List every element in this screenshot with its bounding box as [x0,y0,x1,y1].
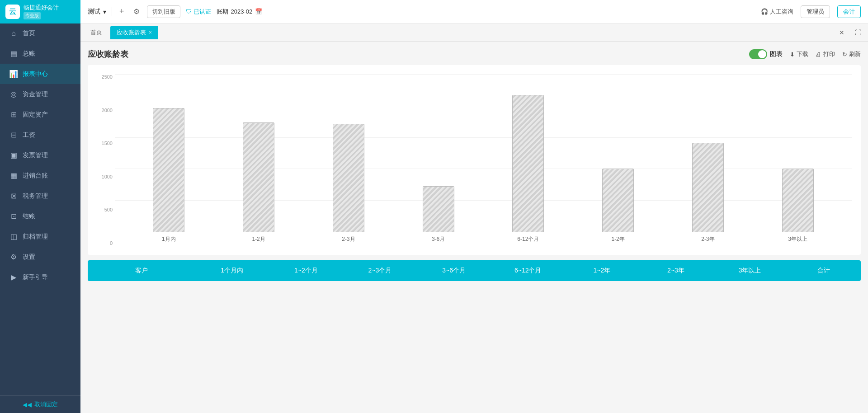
table-header-cell-1: 1个月内 [195,267,269,275]
bar-4 [512,95,544,232]
pin-left-icon: ◀◀ [23,401,32,408]
y-label-1000: 1000 [92,174,113,179]
sidebar-item-tax[interactable]: ⊠ 税务管理 [0,186,80,206]
print-button[interactable]: 🖨 打印 [816,50,835,58]
funds-icon: ◎ [9,90,18,99]
bar-6 [692,143,724,232]
sidebar-item-settings[interactable]: ⚙ 设置 [0,247,80,267]
main-content: 测试 ▾ + ⚙ 切到旧版 🛡 已认证 账期 2023-02 📅 🎧 人工咨询 … [80,0,868,413]
sidebar-item-funds[interactable]: ◎ 资金管理 [0,84,80,104]
chevron-down-icon: ▾ [103,8,106,15]
refresh-button[interactable]: ↻ 刷新 [842,50,861,58]
headset-icon: 🎧 [761,8,768,15]
divider-1 [112,7,112,16]
sidebar-item-home[interactable]: ⌂ 首页 [0,23,80,43]
sidebar-item-reports[interactable]: 📊 报表中心 [0,64,80,84]
certified-label: 已认证 [193,8,211,16]
table-header-cell-0: 客户 [88,267,195,275]
chart-area: 0 500 1000 1500 2000 2500 [115,74,852,246]
y-label-500: 500 [92,207,113,212]
assets-icon: ⊞ [9,110,18,119]
tax-icon: ⊠ [9,192,18,200]
sidebar-item-closing-label: 结账 [23,212,35,221]
sidebar-item-invoice[interactable]: ▣ 发票管理 [0,145,80,165]
bar-1 [243,122,274,232]
cancel-fixed-button[interactable]: ◀◀ 取消固定 [0,395,80,413]
close-tab-button[interactable]: ✕ [835,26,848,39]
x-label-7: 3年以上 [780,235,816,243]
bar-0 [153,108,184,232]
sidebar-item-payroll-label: 工资 [23,131,35,139]
add-button[interactable]: + [118,7,126,16]
expand-tab-button[interactable]: ⛶ [852,26,864,39]
period-text: 账期 [217,8,228,16]
app-logo: 云 畅捷通好会计 专业版 [0,0,80,23]
tab-home-label: 首页 [90,28,102,37]
bar-group-5 [602,169,634,232]
y-label-2000: 2000 [92,108,113,113]
tab-home[interactable]: 首页 [84,26,108,39]
sidebar-item-settings-label: 设置 [23,253,35,261]
sidebar-item-archive-label: 归档管理 [23,233,48,241]
sidebar-item-inventory[interactable]: ▦ 进销台账 [0,165,80,186]
refresh-label: 刷新 [849,50,861,58]
bar-3 [423,186,454,232]
x-label-3: 3-6月 [420,235,457,243]
table-container: 客户1个月内1~2个月2~3个月3~6个月6~12个月1~2年2~3年3年以上合… [88,260,861,281]
cancel-fixed-label: 取消固定 [34,400,58,408]
app-name: 畅捷通好会计 [24,4,59,12]
sidebar-item-inventory-label: 进销台账 [23,172,48,180]
chart-toggle-label: 图表 [770,50,783,58]
page-actions: 图表 ⬇ 下载 🖨 打印 ↻ 刷新 [749,49,861,59]
tab-aging-report[interactable]: 应收账龄表 × [110,26,158,39]
settings-icon: ⚙ [9,253,18,261]
tab-close-icon[interactable]: × [149,29,152,36]
sidebar: 云 畅捷通好会计 专业版 ⌂ 首页 ▤ 总账 📊 报表中心 ◎ 资金管理 ⊞ 固… [0,0,80,413]
tabs-bar: 首页 应收账龄表 × ✕ ⛶ [80,23,868,42]
sidebar-item-payroll[interactable]: ⊟ 工资 [0,125,80,145]
chart-toggle-group: 图表 [749,49,783,59]
refresh-icon: ↻ [842,51,847,58]
x-label-1: 1-2月 [241,235,277,243]
project-name: 测试 [88,8,100,16]
sidebar-item-tax-label: 税务管理 [23,192,48,200]
download-button[interactable]: ⬇ 下载 [790,50,808,58]
bar-group-2 [333,124,364,232]
inventory-icon: ▦ [9,171,18,180]
archive-icon: ◫ [9,232,18,241]
page-header: 应收账龄表 图表 ⬇ 下载 🖨 打印 ↻ 刷新 [88,49,861,60]
invoice-icon: ▣ [9,151,18,160]
sidebar-item-archive[interactable]: ◫ 归档管理 [0,226,80,247]
closing-icon: ⊡ [9,212,18,221]
chart-toggle[interactable] [749,49,767,59]
bar-group-4 [512,95,544,232]
payroll-icon: ⊟ [9,131,18,139]
ledger-icon: ▤ [9,49,18,58]
y-label-2500: 2500 [92,74,113,80]
x-label-6: 2-3年 [690,235,726,243]
calendar-icon: 📅 [255,8,262,15]
y-label-1500: 1500 [92,141,113,146]
service-button[interactable]: 🎧 人工咨询 [761,8,793,16]
sidebar-nav: ⌂ 首页 ▤ 总账 📊 报表中心 ◎ 资金管理 ⊞ 固定资产 ⊟ 工资 ▣ 发票… [0,23,80,395]
download-label: 下载 [797,50,808,58]
sidebar-item-ledger[interactable]: ▤ 总账 [0,43,80,64]
x-label-2: 2-3月 [330,235,367,243]
table-header-cell-5: 6~12个月 [491,267,565,275]
switch-version-button[interactable]: 切到旧版 [147,5,180,18]
edition-badge: 专业版 [24,12,41,19]
period-selector[interactable]: 账期 2023-02 📅 [217,8,263,16]
bars-area [115,74,852,232]
print-label: 打印 [823,50,835,58]
bar-group-6 [692,143,724,232]
project-selector[interactable]: 测试 ▾ [88,8,106,16]
tab-aging-report-label: 应收账龄表 [117,28,146,37]
service-label: 人工咨询 [770,8,793,16]
sidebar-item-assets[interactable]: ⊞ 固定资产 [0,104,80,125]
role-button[interactable]: 会计 [837,5,861,18]
sidebar-item-guide[interactable]: ▶ 新手引导 [0,267,80,287]
sidebar-item-reports-label: 报表中心 [23,70,48,78]
sidebar-item-closing[interactable]: ⊡ 结账 [0,206,80,226]
manager-button[interactable]: 管理员 [801,5,830,18]
settings-button[interactable]: ⚙ [132,7,142,16]
